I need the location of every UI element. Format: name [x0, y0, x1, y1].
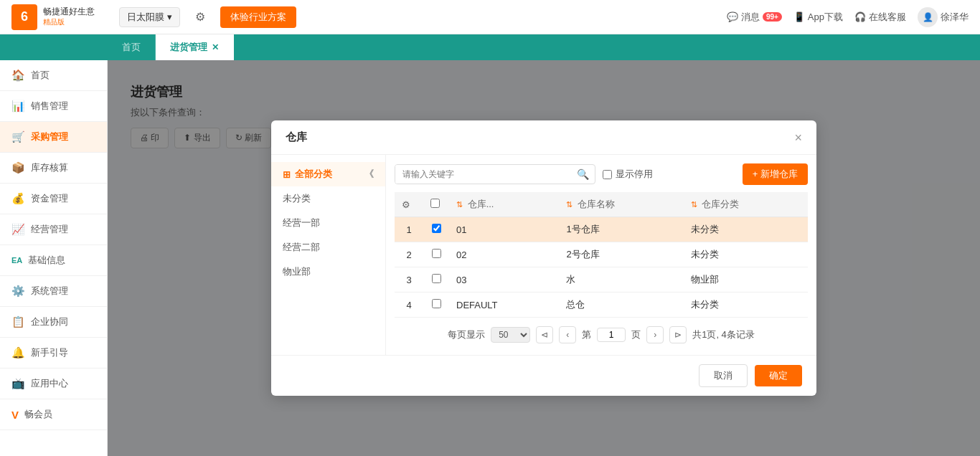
row-index: 3 [395, 267, 423, 293]
message-button[interactable]: 💬 消息 99+ [727, 11, 782, 24]
modal-close-button[interactable]: × [794, 131, 802, 144]
add-warehouse-button[interactable]: + 新增仓库 [743, 163, 808, 185]
modal-title: 仓库 [286, 130, 307, 144]
modal-body: ⊞ 全部分类 《 未分类 经营一部 经营二部 [271, 155, 816, 355]
row-index: 2 [395, 242, 423, 267]
category-item-unclassified[interactable]: 未分类 [271, 186, 385, 211]
sidebar-item-apps[interactable]: 📺 应用中心 [0, 369, 107, 399]
logo-icon: 6 [11, 4, 37, 30]
last-page-btn[interactable]: ⊳ [669, 326, 687, 343]
vip-icon: V [11, 409, 19, 421]
sidebar-item-inventory[interactable]: 📦 库存核算 [0, 153, 107, 184]
table-row[interactable]: 4 DEFAULT 总仓 未分类 [395, 293, 808, 318]
sort-icon-category: ⇅ [691, 200, 697, 209]
row-name: 2号仓库 [559, 242, 683, 267]
th-name: ⇅ 仓库名称 [559, 192, 683, 217]
logo-badge: 精品版 [43, 17, 95, 27]
row-check[interactable] [423, 267, 449, 293]
warehouse-modal: 仓库 × ⊞ 全部分类 《 未分类 [271, 120, 816, 396]
search-input[interactable] [395, 165, 571, 184]
row-check[interactable] [423, 293, 449, 318]
settings-icon[interactable]: ⚙ [189, 6, 212, 29]
th-check [423, 192, 449, 217]
category-item-dept2[interactable]: 经营二部 [271, 235, 385, 260]
message-icon: 💬 [727, 11, 738, 22]
row-index: 1 [395, 217, 423, 242]
select-all-checkbox[interactable] [430, 199, 440, 208]
page-size-select[interactable]: 50 100 [491, 327, 530, 343]
th-category: ⇅ 仓库分类 [684, 192, 808, 217]
warehouse-table: ⚙ ⇅ 仓库... [395, 192, 808, 318]
table-row[interactable]: 1 01 1号仓库 未分类 [395, 217, 808, 242]
search-icon[interactable]: 🔍 [571, 168, 595, 180]
sidebar: 🏠 首页 📊 销售管理 🛒 采购管理 📦 库存核算 💰 资金管理 📈 经营管理 … [0, 60, 108, 456]
page-number-input[interactable] [597, 328, 626, 342]
header-right: 💬 消息 99+ 📱 App下载 🎧 在线客服 👤 徐泽华 [727, 7, 969, 27]
next-page-btn[interactable]: › [646, 326, 664, 343]
category-panel: ⊞ 全部分类 《 未分类 经营一部 经营二部 [271, 155, 386, 355]
sidebar-item-management[interactable]: 📈 经营管理 [0, 214, 107, 245]
sidebar-item-home[interactable]: 🏠 首页 [0, 60, 107, 91]
sidebar-item-sales[interactable]: 📊 销售管理 [0, 91, 107, 122]
sidebar-item-enterprise[interactable]: 📋 企业协同 [0, 307, 107, 338]
row-category: 未分类 [684, 217, 808, 242]
inventory-icon: 📦 [11, 161, 25, 174]
cancel-button[interactable]: 取消 [699, 364, 748, 387]
avatar: 👤 [918, 7, 938, 27]
table-toolbar: 🔍 显示停用 + 新增仓库 [395, 163, 808, 185]
table-row[interactable]: 3 03 水 物业部 [395, 267, 808, 293]
purchase-icon: 🛒 [11, 130, 25, 143]
company-selector[interactable]: 日太阳膜 ▾ [119, 7, 180, 27]
category-item-dept1[interactable]: 经营一部 [271, 211, 385, 235]
sidebar-item-vip[interactable]: V 畅会员 [0, 399, 107, 430]
grid-icon: ⊞ [283, 169, 291, 180]
home-icon: 🏠 [11, 69, 25, 82]
basic-info-icon: EA [11, 256, 22, 265]
row-index: 4 [395, 293, 423, 318]
row-code: DEFAULT [449, 293, 559, 318]
trial-button[interactable]: 体验行业方案 [220, 6, 296, 28]
logo-area: 6 畅捷通好生意 精品版 [11, 4, 119, 30]
row-name: 1号仓库 [559, 217, 683, 242]
sidebar-item-guide[interactable]: 🔔 新手引导 [0, 338, 107, 369]
apps-icon: 📺 [11, 377, 25, 390]
total-info: 共1页, 4条记录 [692, 328, 755, 341]
sidebar-item-system[interactable]: ⚙️ 系统管理 [0, 276, 107, 307]
row-check[interactable] [423, 217, 449, 242]
show-disabled-checkbox[interactable]: 显示停用 [603, 168, 653, 181]
row-code: 01 [449, 217, 559, 242]
tab-close-icon[interactable]: ✕ [212, 42, 219, 52]
collapse-icon[interactable]: 《 [364, 168, 374, 181]
headset-icon: 🎧 [854, 11, 866, 22]
first-page-btn[interactable]: ⊲ [536, 326, 553, 343]
prev-page-btn[interactable]: ‹ [559, 326, 576, 343]
system-icon: ⚙️ [11, 285, 25, 298]
category-item-property[interactable]: 物业部 [271, 260, 385, 284]
guide-icon: 🔔 [11, 346, 25, 359]
user-menu[interactable]: 👤 徐泽华 [918, 7, 969, 27]
row-category: 未分类 [684, 293, 808, 318]
chevron-down-icon: ▾ [167, 11, 172, 22]
category-all[interactable]: ⊞ 全部分类 《 [271, 162, 385, 186]
nav-tab-purchase[interactable]: 进货管理 ✕ [156, 34, 234, 60]
app-download-button[interactable]: 📱 App下载 [793, 11, 843, 24]
sidebar-item-basic-info[interactable]: EA 基础信息 [0, 245, 107, 276]
sidebar-item-purchase[interactable]: 🛒 采购管理 [0, 122, 107, 153]
sidebar-item-finance[interactable]: 💰 资金管理 [0, 184, 107, 214]
online-service-button[interactable]: 🎧 在线客服 [854, 11, 906, 24]
pagination: 每页显示 50 100 ⊲ ‹ 第 页 › ⊳ 共 [395, 318, 808, 346]
row-check[interactable] [423, 242, 449, 267]
modal-header: 仓库 × [271, 120, 816, 155]
search-box: 🔍 [395, 164, 595, 184]
row-code: 02 [449, 242, 559, 267]
main-layout: 🏠 首页 📊 销售管理 🛒 采购管理 📦 库存核算 💰 资金管理 📈 经营管理 … [0, 60, 980, 456]
row-code: 03 [449, 267, 559, 293]
modal-footer: 取消 确定 [271, 355, 816, 396]
gear-icon[interactable]: ⚙ [402, 199, 410, 210]
show-disabled-check[interactable] [603, 170, 612, 179]
finance-icon: 💰 [11, 192, 25, 205]
table-row[interactable]: 2 02 2号仓库 未分类 [395, 242, 808, 267]
management-icon: 📈 [11, 223, 25, 236]
nav-tab-home[interactable]: 首页 [108, 34, 156, 60]
confirm-button[interactable]: 确定 [755, 365, 802, 386]
